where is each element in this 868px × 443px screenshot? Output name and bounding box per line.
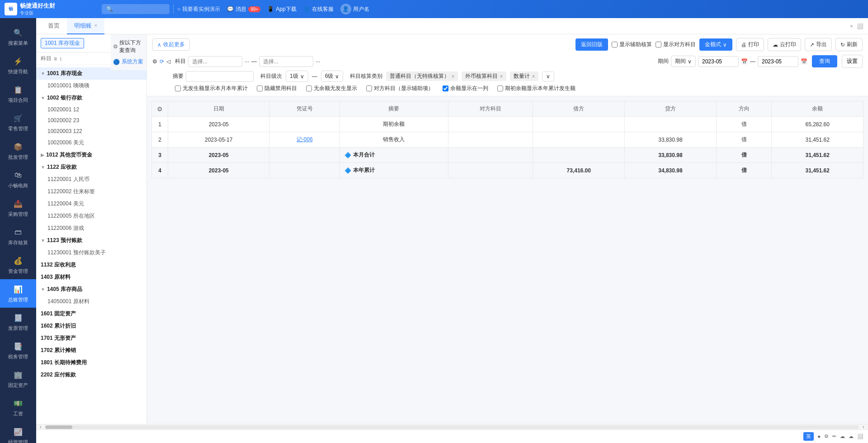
show-aux-check[interactable]: 显示辅助核算 (612, 41, 652, 48)
sidebar-item-tax[interactable]: 📑 税务管理 (0, 336, 36, 365)
sidebar-item-contracts[interactable]: 📋 项目合同 (0, 80, 36, 108)
check-opening-input[interactable] (497, 86, 503, 91)
account-node-10010001[interactable]: 10010001 咦咦咦 (36, 80, 146, 92)
sidebar-item-purchase[interactable]: 📥 采购管理 (0, 194, 36, 222)
account-node-1002[interactable]: ▼ 1002 银行存款 (36, 92, 146, 104)
check-balance-col-input[interactable] (443, 86, 448, 91)
tag-normal-close[interactable]: × (451, 73, 454, 80)
period-cal-icon1[interactable]: 📅 (741, 58, 748, 65)
period-type-select[interactable]: 期间 ∨ (671, 56, 696, 67)
period-cal-icon2[interactable]: 📅 (801, 58, 807, 65)
export-btn[interactable]: ↗ 导出 (805, 38, 832, 51)
sidebar-item-salary[interactable]: 💵 工资 (0, 393, 36, 422)
sidebar-item-ecommerce[interactable]: 🛍 小畅电商 (0, 165, 36, 194)
quantity-dropdown[interactable]: ∨ (542, 71, 554, 81)
account-node-1012[interactable]: ▶ 1012 其他货币资金 (36, 149, 146, 161)
app-download-btn[interactable]: 📱 App下载 (267, 5, 296, 13)
account-node-1702[interactable]: 1702 累计摊销 (36, 344, 146, 357)
user-btn[interactable]: 👤 用户名 (340, 4, 369, 14)
refresh-btn[interactable]: ↻ 刷新 (835, 38, 863, 51)
check-hide-disabled-input[interactable] (257, 86, 263, 91)
account-node-1123[interactable]: ▼ 1123 预付账款 (36, 234, 146, 247)
sidebar-item-finance[interactable]: 💰 资金管理 (0, 251, 36, 279)
print-btn[interactable]: 🖨 打印 (736, 38, 764, 51)
tag-quantity-close[interactable]: × (532, 73, 535, 80)
status-cloud2[interactable]: ☁ (849, 433, 854, 439)
account-node-10020001[interactable]: 10020001 12 (36, 104, 146, 115)
sidebar-item-management[interactable]: 📈 经营管理 (0, 422, 36, 443)
check-no-amount-input[interactable] (175, 86, 181, 91)
tab-ledger[interactable]: 明细账 × (67, 18, 104, 34)
account-node-1801[interactable]: 1801 长期待摊费用 (36, 357, 146, 369)
account-node-11230001[interactable]: 11230001 预付账款美子 (36, 247, 146, 259)
check-balance-col[interactable]: 余额显示在一列 (443, 85, 488, 92)
setting-btn[interactable]: 设置 (842, 55, 863, 68)
account-node-1132[interactable]: 1132 应收利息 (36, 259, 146, 271)
account-node-11220002[interactable]: 11220002 往来标签 (36, 186, 146, 198)
gear-icon[interactable]: ⚙ (157, 105, 163, 113)
tab-home[interactable]: 首页 (41, 18, 67, 34)
return-old-btn[interactable]: 返回旧版 (576, 38, 608, 51)
check-no-amount[interactable]: 无发生额显示本月本年累计 (175, 85, 248, 92)
account-node-10020003[interactable]: 10020003 122 (36, 126, 146, 137)
demo-link[interactable]: ○ 我要看实例演示 (177, 5, 220, 13)
sidebar-item-inventory[interactable]: 🗃 库存核算 (0, 222, 36, 251)
voucher-link[interactable]: 记-006 (297, 136, 313, 143)
account-node-1601[interactable]: 1601 固定资产 (36, 308, 146, 320)
check-no-balance[interactable]: 无余额无发生显示 (306, 85, 357, 92)
query-btn[interactable]: 查询 (812, 55, 837, 67)
scroll-left-btn[interactable]: ‹ (36, 424, 45, 430)
sidebar-item-invoice[interactable]: 🧾 发票管理 (0, 308, 36, 336)
message-btn[interactable]: 💬 消息 99+ (227, 5, 260, 13)
show-subject-checkbox[interactable] (656, 42, 661, 48)
status-heart[interactable]: ♥ (817, 434, 821, 439)
status-gear[interactable]: ⚙ (824, 433, 829, 439)
scrollbar-thumb[interactable] (45, 425, 72, 429)
check-counterpart-input[interactable] (366, 86, 372, 91)
account-node-11220004[interactable]: 11220004 美元 (36, 198, 146, 210)
more-btn[interactable]: ∧ 收起更多 (152, 38, 190, 51)
sidebar-item-search[interactable]: 🔍 搜索菜单 (0, 23, 36, 51)
online-service-btn[interactable]: 👤 在线客服 (303, 5, 334, 13)
show-aux-checkbox[interactable] (612, 42, 618, 48)
scroll-right-btn[interactable]: › (859, 424, 868, 430)
account-node-1405[interactable]: ▼ 1405 库存商品 (36, 283, 146, 295)
account-node-10020002[interactable]: 10020002 23 (36, 115, 146, 126)
account-node-1701[interactable]: 1701 无形资产 (36, 332, 146, 344)
sort-icon[interactable]: ↕ (59, 56, 62, 62)
status-chinese[interactable]: 英 (803, 432, 814, 441)
collapse-arrow[interactable]: ◁ (166, 58, 170, 65)
account-node-11220001[interactable]: 11220001 人民币 (36, 173, 146, 186)
check-opening[interactable]: 期初余额显示本年累计发生额 (497, 85, 576, 92)
sidebar-item-assets[interactable]: 🏢 固定资产 (0, 365, 36, 393)
summary-input[interactable] (186, 71, 254, 82)
account-node-11220005[interactable]: 11220005 所在地区 (36, 210, 146, 222)
list-icon[interactable]: ≡ (54, 56, 57, 62)
subject-to-input[interactable] (259, 56, 313, 67)
period-from-input[interactable] (698, 56, 739, 67)
sidebar-item-wholesale[interactable]: 📦 批发管理 (0, 137, 36, 165)
period-to-input[interactable] (758, 56, 798, 67)
status-edit[interactable]: ✏ (832, 433, 836, 439)
tab-close-icon[interactable]: × (94, 23, 97, 28)
account-node-1602[interactable]: 1602 累计折旧 (36, 320, 146, 332)
sidebar-item-shortcuts[interactable]: ⚡ 快捷导航 (0, 51, 36, 80)
sidebar-item-retail[interactable]: 🛒 零售管理 (0, 108, 36, 137)
subject-from-input[interactable] (188, 56, 242, 67)
system-scheme-btn[interactable]: 🔵 系统方案 (113, 58, 144, 66)
account-node-14050001[interactable]: 14050001 原材料 (36, 295, 146, 308)
sidebar-item-ledger[interactable]: 📊 总账管理 (0, 279, 36, 308)
check-no-balance-input[interactable] (306, 86, 312, 91)
amount-btn[interactable]: 金额式 ∨ (699, 38, 732, 51)
check-hide-disabled[interactable]: 隐藏禁用科目 (257, 85, 297, 92)
account-node-11220006[interactable]: 11220006 游戏 (36, 222, 146, 234)
show-subject-check[interactable]: 显示对方科目 (656, 41, 696, 48)
status-cloud1[interactable]: ☁ (840, 433, 845, 439)
account-node-10020006[interactable]: 10020006 美元 (36, 137, 146, 149)
account-node-1403[interactable]: 1403 原材料 (36, 271, 146, 283)
check-counterpart[interactable]: 对方科目（显示辅助项） (366, 85, 434, 92)
tag-foreign-close[interactable]: × (500, 73, 503, 80)
tab-maximize[interactable]: ⬜ (857, 23, 863, 29)
top-search[interactable]: 🔍 (102, 4, 170, 14)
horizontal-scrollbar[interactable]: ‹ › (36, 424, 868, 429)
